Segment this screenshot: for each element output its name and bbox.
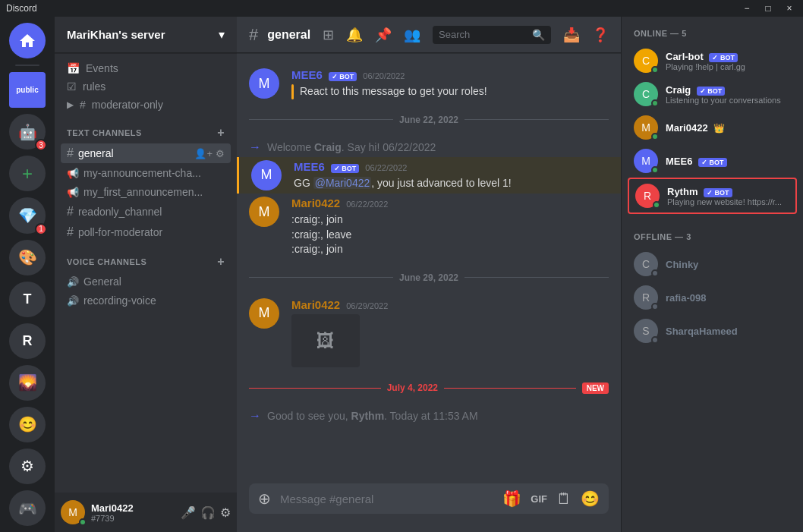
sticker-button[interactable]: 🗒	[556, 484, 572, 514]
member-info-rafia: rafia-098	[666, 292, 791, 304]
member-chinky[interactable]: C Chinky	[628, 247, 797, 281]
member-carl-bot[interactable]: C Carl-bot ✓ BOT Playing !help | carl.gg	[628, 44, 797, 77]
inbox-icon[interactable]: 📥	[563, 27, 580, 43]
status-dot-rafia	[651, 303, 659, 310]
settings-icon[interactable]: ⚙	[216, 148, 225, 159]
divider-line-right-2	[464, 277, 609, 278]
avatar-rafia: R	[634, 285, 658, 310]
message-content-1: MEE6 ✓ BOT 06/20/2022 React to this mess…	[291, 68, 609, 99]
message-author-4: Mari0422	[291, 197, 340, 209]
server-icon-gear[interactable]: ⚙	[9, 449, 46, 484]
channel-item-general[interactable]: # general 👤+ ⚙	[61, 143, 231, 163]
emoji-button[interactable]: 😊	[581, 483, 600, 514]
moderator-hash-icon: #	[80, 99, 86, 111]
channel-name-general: general	[78, 147, 114, 159]
channel-item-poll[interactable]: # poll-for-moderator	[61, 222, 231, 242]
channel-name-readonly: readonly_channel	[78, 206, 162, 218]
pin-icon[interactable]: 📌	[375, 27, 392, 43]
message-mari0422-1: M Mari0422 06/22/2022 :craig:, join :cra…	[237, 194, 621, 260]
server-icon-3[interactable]: 🎨	[9, 240, 46, 275]
message-timestamp-4: 06/22/2022	[346, 200, 388, 209]
reply-container: React to this message to get your roles!	[291, 84, 609, 99]
search-input[interactable]	[439, 29, 526, 40]
message-author-3: MEE6	[294, 160, 325, 173]
member-info-chinky: Chinky	[666, 259, 791, 270]
channel-item-announcement1[interactable]: 📢 my-announcement-cha...	[61, 164, 231, 182]
message-timestamp-3: 06/22/2022	[365, 163, 407, 172]
app-title: Discord	[6, 3, 37, 14]
channel-header-name: general	[267, 28, 310, 42]
member-rythm[interactable]: R Rythm ✓ BOT Playing new website! https…	[628, 178, 797, 214]
server-icon-r[interactable]: R	[9, 323, 46, 359]
server-name: MariKhan's server	[67, 28, 165, 41]
member-mari0422-panel[interactable]: M Mari0422 👑	[628, 111, 797, 144]
divider-line-right	[464, 119, 609, 120]
server-icon-t[interactable]: T	[9, 282, 46, 317]
user-tag: #7739	[91, 514, 175, 523]
gift-button[interactable]: 🎁	[502, 483, 521, 514]
voice-channels-header[interactable]: VOICE CHANNELS +	[61, 255, 231, 269]
add-text-channel-button[interactable]: +	[217, 126, 225, 140]
member-status-craig: Listening to your conversations	[666, 96, 791, 105]
nav-events[interactable]: 📅 Events	[55, 59, 237, 77]
mute-button[interactable]: 🎤	[181, 505, 196, 520]
gif-button[interactable]: GIF	[531, 487, 547, 511]
member-rafia[interactable]: R rafia-098	[628, 281, 797, 314]
status-dot-mari	[651, 133, 659, 140]
deafen-button[interactable]: 🎧	[200, 505, 216, 520]
channel-actions-general: 👤+ ⚙	[194, 148, 225, 159]
channel-item-readonly[interactable]: # readonly_channel	[61, 202, 231, 222]
nav-moderator-only[interactable]: ▶ # moderator-only	[55, 96, 237, 114]
member-craig[interactable]: C Craig ✓ BOT Listening to your conversa…	[628, 77, 797, 111]
notification-icon[interactable]: 🔔	[346, 27, 363, 43]
add-member-icon[interactable]: 👤+	[194, 148, 213, 159]
message-author-1: MEE6	[291, 68, 323, 81]
threads-icon[interactable]: ⊞	[323, 27, 334, 43]
channel-hash-icon: #	[249, 25, 258, 45]
message-header-5: Mari0422 06/29/2022	[291, 298, 609, 311]
server-icon-game[interactable]: 🎮	[9, 490, 46, 526]
search-bar[interactable]: 🔍	[433, 26, 551, 44]
avatar-mari0422-panel: M	[634, 115, 658, 140]
hash-icon-readonly: #	[67, 205, 74, 219]
home-button[interactable]	[9, 23, 46, 58]
server-icon-public[interactable]: public	[9, 72, 46, 108]
message-header-1: MEE6 ✓ BOT 06/20/2022	[291, 68, 609, 81]
message-content-5: Mari0422 06/29/2022 🖼	[291, 298, 609, 367]
text-channels-header[interactable]: TEXT CHANNELS +	[61, 126, 231, 140]
close-button[interactable]: ×	[782, 3, 797, 14]
add-file-button[interactable]: ⊕	[258, 483, 271, 514]
nav-rules-label: rules	[83, 80, 105, 93]
server-add[interactable]: +	[9, 156, 46, 191]
avatar-carl-bot: C	[634, 49, 658, 73]
title-bar: Discord − □ ×	[0, 0, 803, 17]
online-section: ONLINE — 5 C Carl-bot ✓ BOT Playing !hel…	[622, 17, 803, 220]
server-header[interactable]: MariKhan's server ▾	[55, 17, 237, 53]
member-sharqa[interactable]: S SharqaHameed	[628, 314, 797, 348]
divider-text-june29: June 29, 2022	[399, 272, 458, 283]
hash-icon-poll: #	[67, 225, 74, 239]
channel-list: 📅 Events ☑ rules ▶ # moderator-only TEXT…	[55, 53, 237, 493]
member-mee6-panel[interactable]: M MEE6 ✓ BOT	[628, 144, 797, 178]
maximize-button[interactable]: □	[760, 3, 776, 14]
nav-rules[interactable]: ☑ rules	[55, 77, 237, 96]
channel-item-announcement2[interactable]: 📢 my_first_announcemen...	[61, 183, 231, 201]
minimize-button[interactable]: −	[739, 3, 754, 14]
member-name-rafia: rafia-098	[666, 292, 791, 304]
server-icon-landscape[interactable]: 🌄	[9, 365, 46, 401]
server-icon-2[interactable]: 💎 1	[9, 197, 46, 233]
message-input[interactable]	[280, 484, 493, 514]
user-settings-button[interactable]: ⚙	[220, 505, 231, 520]
channel-item-voice-general[interactable]: 🔊 General	[61, 272, 231, 291]
channel-item-recording[interactable]: 🔊 recording-voice	[61, 291, 231, 310]
divider-text-july4: July 4, 2022	[387, 382, 438, 393]
add-voice-channel-button[interactable]: +	[217, 255, 225, 269]
member-info-mee6: MEE6 ✓ BOT	[666, 156, 791, 167]
server-icon-1[interactable]: 🤖 3	[9, 114, 46, 150]
message-timestamp-5: 06/29/2022	[346, 301, 388, 310]
help-icon[interactable]: ❓	[592, 27, 609, 43]
hash-icon-general: #	[67, 146, 74, 160]
server-icon-emoji[interactable]: 😊	[9, 407, 46, 442]
member-status-carl: Playing !help | carl.gg	[666, 62, 791, 71]
members-icon[interactable]: 👥	[404, 27, 420, 43]
